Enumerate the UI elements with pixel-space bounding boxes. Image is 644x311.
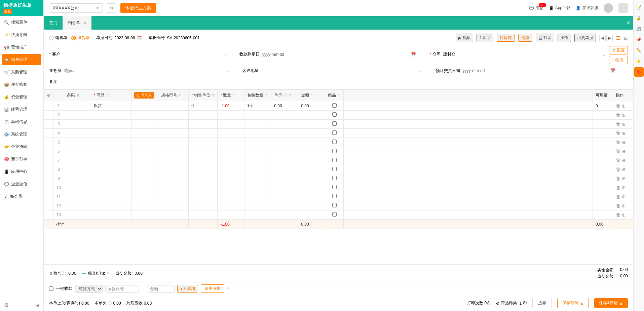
settings-button[interactable]: ⚙ 设置 [609, 46, 628, 54]
message-button[interactable]: 💬 消息 99+ [529, 5, 543, 11]
row9-delete-icon[interactable]: 🗑 [616, 176, 620, 181]
sidebar-finance[interactable]: 💰 资金管理 [0, 91, 43, 103]
row1-spec[interactable] [158, 101, 189, 111]
sidebar-settings-icon[interactable]: ⚙ [4, 302, 9, 308]
one-click-pay-checkbox[interactable] [49, 286, 53, 291]
right-panel-item-6[interactable]: ⭐ [634, 56, 644, 66]
row3-copy-icon[interactable]: ⊕ [622, 121, 626, 127]
row6-gift-checkbox[interactable] [332, 149, 337, 153]
trial-button[interactable]: 体验行业方案 [120, 3, 156, 13]
unit-price-info-icon[interactable]: ⓘ [283, 93, 287, 97]
customer-addr-dots[interactable]: ... [419, 68, 422, 73]
row10-copy-icon[interactable]: ⊕ [622, 185, 626, 190]
sidebar-enterprise[interactable]: 🤝 企业协同 [0, 141, 43, 153]
sidebar-system[interactable]: ⚙️ 系统管理 [0, 128, 43, 141]
save-draft-button[interactable]: 保存草稿 ▲ [557, 298, 589, 308]
row5-delete-icon[interactable]: 🗑 [616, 140, 620, 145]
list-view-icon[interactable]: ☰ [616, 35, 620, 41]
history-btn[interactable]: 历史单据 [574, 34, 596, 42]
avatar-extra[interactable] [618, 3, 628, 13]
table-gear-icon[interactable]: ⚙ [47, 93, 50, 98]
row3-delete-icon[interactable]: 🗑 [616, 121, 620, 127]
close-window-icon[interactable]: ✕ [626, 20, 631, 26]
print-btn[interactable]: 🖨 打印 [536, 34, 554, 42]
row8-copy-icon[interactable]: ⊕ [622, 167, 626, 172]
row11-delete-icon[interactable]: 🗑 [616, 194, 620, 199]
right-panel-item-5[interactable]: ✏️ [634, 46, 644, 55]
sidebar-sales[interactable]: 🏠 销售管理 [2, 54, 41, 65]
payment-amount-input[interactable] [148, 285, 175, 293]
row6-copy-icon[interactable]: ⊕ [622, 149, 626, 154]
discount-info-icon[interactable]: ? [107, 271, 109, 275]
row11-copy-icon[interactable]: ⊕ [622, 194, 626, 199]
row11-gift-checkbox[interactable] [332, 194, 337, 198]
avatar[interactable] [604, 3, 613, 13]
sidebar-inventory[interactable]: 📦 库存核算 [0, 78, 43, 91]
row7-gift-checkbox[interactable] [332, 158, 337, 162]
right-panel-item-1[interactable]: 📝 [634, 3, 644, 12]
video-btn[interactable]: ▶ 视频 [456, 34, 473, 42]
sidebar-quick-nav[interactable]: ⚡ 快捷导航 [0, 29, 43, 41]
row1-delete-icon[interactable]: 🗑 [616, 103, 620, 109]
tab-home[interactable]: 首页 [44, 16, 63, 30]
discard-button[interactable]: 放弃 [532, 298, 552, 308]
right-panel-item-3[interactable]: 🔄 [634, 24, 644, 34]
row2-copy-icon[interactable]: ⊕ [622, 112, 626, 118]
sidebar-purchase[interactable]: 🛒 采购管理 [0, 66, 43, 78]
payment-method-select[interactable]: 结算方式 [75, 285, 103, 293]
row8-delete-icon[interactable]: 🗑 [616, 167, 620, 172]
row4-copy-icon[interactable]: ⊕ [622, 130, 626, 136]
row1-barcode[interactable] [64, 101, 91, 111]
customer-input[interactable] [62, 51, 221, 57]
row13-copy-icon[interactable]: ⊕ [622, 212, 626, 218]
sidebar-basics[interactable]: 📋 基础信息 [0, 116, 43, 128]
logistics-button[interactable]: + 物流 [609, 56, 628, 64]
cumulative-balance-info[interactable]: ⓘ [108, 301, 112, 306]
row8-gift-checkbox[interactable] [332, 167, 337, 171]
company-selector[interactable]: XXXXXX公司 ▼ [49, 3, 103, 13]
warehouse-dots[interactable]: ... [603, 52, 606, 57]
sidebar-operations[interactable]: 📊 经营管理 [0, 103, 43, 116]
sidebar-wechat[interactable]: 💬 企业微信 [0, 178, 43, 190]
select-btn[interactable]: 选单 [518, 34, 532, 42]
row2-gift-checkbox[interactable] [332, 112, 337, 117]
radio-sales-order[interactable]: 销售单 [49, 35, 67, 41]
notes-input[interactable] [59, 79, 628, 85]
row9-copy-icon[interactable]: ⊕ [622, 176, 626, 181]
prev-arrow[interactable]: ◀ [599, 35, 606, 41]
next-arrow[interactable]: ▶ [606, 35, 613, 41]
calendar-icon[interactable]: 📅 [137, 36, 142, 40]
tab-close-icon[interactable]: ✕ [83, 21, 86, 25]
row1-copy-icon[interactable]: ⊕ [622, 103, 626, 109]
expected-date-input[interactable] [461, 68, 609, 74]
due-date-input[interactable] [261, 51, 410, 57]
payment-account-input[interactable] [105, 285, 139, 293]
row12-gift-checkbox[interactable] [332, 203, 337, 207]
row10-delete-icon[interactable]: 🗑 [616, 185, 620, 190]
row5-gift-checkbox[interactable] [332, 140, 337, 144]
fee-split-button[interactable]: 费用分摊 [201, 284, 224, 293]
customer-dots[interactable]: ... [223, 52, 226, 57]
row6-delete-icon[interactable]: 🗑 [616, 149, 620, 154]
right-panel-item-7[interactable]: 🔖 [634, 67, 644, 77]
sidebar-member[interactable]: ✓ 畅会员 [0, 190, 43, 203]
customer-addr-input[interactable] [260, 68, 418, 74]
product-type-radio-icon[interactable]: ⊙ [496, 301, 499, 306]
shortcut-btn[interactable]: 快捷键 [497, 34, 515, 42]
row7-copy-icon[interactable]: ⊕ [622, 158, 626, 163]
row1-gift-checkbox[interactable] [332, 103, 337, 108]
due-date-calendar-icon[interactable]: 📅 [411, 52, 416, 57]
save-new-button[interactable]: 保存&新增 ▲ [594, 298, 628, 308]
topbar-gear-button[interactable]: ⚙ [107, 3, 116, 13]
sidebar-search-item[interactable]: 🔍 搜索菜单 [0, 16, 43, 29]
sidebar-collapse-icon[interactable]: ◀ [36, 303, 39, 308]
online-service-button[interactable]: 👤 在线客服 [576, 5, 598, 11]
right-panel-item-4[interactable]: 📌 [634, 35, 644, 44]
salesperson-dots[interactable]: ... [226, 68, 229, 73]
grid-view-icon[interactable]: ⊞ [624, 35, 628, 41]
expected-date-calendar-icon[interactable]: 📅 [611, 68, 616, 73]
help-btn[interactable]: ? 帮助 [477, 34, 493, 42]
operation-btn[interactable]: 操作 [558, 34, 571, 42]
row3-gift-checkbox[interactable] [332, 121, 337, 126]
add-payment-button[interactable]: ● + 添加 [177, 285, 198, 293]
